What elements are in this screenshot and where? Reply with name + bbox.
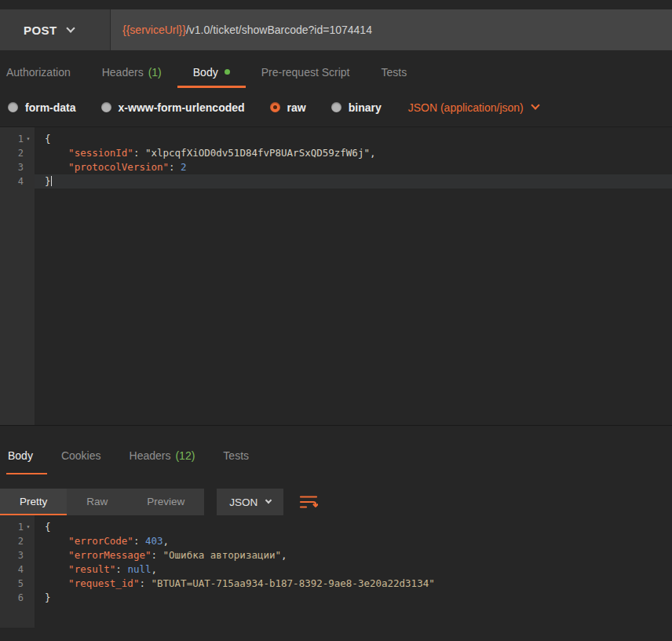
view-pretty-button[interactable]: Pretty [0, 489, 67, 515]
view-switcher: Pretty Raw Preview [0, 489, 204, 515]
method-label: POST [24, 24, 57, 37]
line-number: 1▾ [0, 520, 35, 534]
tab-pre-request-script[interactable]: Pre-request Script [246, 58, 366, 88]
request-url-bar: POST {{serviceUrl}}/v1.0/ticket/showBarc… [0, 9, 672, 50]
text-cursor [51, 176, 52, 186]
code-line: { [35, 520, 672, 534]
line-number: 5 [0, 577, 35, 591]
response-editor-code[interactable]: { "errorCode": 403, "errorMessage": "Оши… [35, 515, 672, 628]
line-number: 1▾ [0, 132, 35, 146]
response-tab-body[interactable]: Body [6, 438, 47, 474]
body-type-raw[interactable]: raw [270, 101, 306, 114]
code-line: "protocolVersion": 2 [35, 160, 672, 174]
tab-label: Tests [223, 449, 249, 462]
radio-label: raw [287, 101, 306, 114]
response-tab-headers[interactable]: Headers (12) [115, 438, 210, 474]
tab-label: Pre-request Script [261, 66, 350, 79]
request-body-editor[interactable]: 1▾2 3 4 { "sessionId": "xlpcqfXiOD0dv51D… [0, 127, 672, 426]
wrap-lines-icon [299, 494, 318, 510]
format-label: JSON [229, 496, 257, 508]
tab-body[interactable]: Body [177, 58, 246, 88]
tab-authorization[interactable]: Authorization [6, 58, 86, 88]
radio-label: binary [349, 101, 382, 114]
line-number: 4 [0, 174, 35, 189]
response-tabs: Body Cookies Headers (12) Tests [0, 438, 672, 474]
wrap-lines-button[interactable] [296, 489, 321, 515]
request-editor-code[interactable]: { "sessionId": "xlpcqfXiOD0dv51D84fvP8UA… [35, 127, 672, 425]
headers-count-badge: (1) [148, 66, 162, 79]
radio-label: form-data [25, 101, 76, 114]
line-number: 4 [0, 562, 35, 577]
tab-label: Headers [102, 66, 144, 79]
tab-label: Tests [382, 66, 407, 79]
code-line: "errorMessage": "Ошибка авторизации", [35, 548, 672, 562]
chevron-down-icon [67, 24, 75, 32]
response-tab-tests[interactable]: Tests [209, 438, 263, 474]
response-editor-gutter: 1▾2 3 4 5 6 [0, 515, 35, 628]
view-raw-button[interactable]: Raw [67, 489, 127, 515]
chevron-down-icon [265, 496, 272, 503]
code-line: "result": null, [35, 562, 672, 577]
response-toolbar: Pretty Raw Preview JSON [0, 489, 672, 515]
tab-label: Cookies [61, 449, 101, 462]
request-editor-gutter: 1▾2 3 4 [0, 127, 35, 425]
method-selector[interactable]: POST [0, 9, 111, 50]
fold-caret-icon[interactable]: ▾ [24, 520, 33, 534]
line-number: 6 [0, 591, 35, 605]
response-tab-cookies[interactable]: Cookies [47, 438, 115, 474]
url-path: /v1.0/ticket/showBarcode?id=1074414 [186, 24, 372, 36]
tab-headers[interactable]: Headers (1) [86, 58, 177, 88]
code-line: } [35, 174, 672, 189]
body-type-binary[interactable]: binary [331, 101, 382, 114]
tab-label: Headers [130, 449, 171, 462]
code-line: } [35, 591, 672, 605]
headers-count-badge: (12) [175, 449, 195, 462]
view-label: Raw [86, 496, 108, 507]
view-preview-button[interactable]: Preview [127, 489, 204, 515]
radio-label: x-www-form-urlencoded [119, 101, 245, 114]
code-line: "errorCode": 403, [35, 534, 672, 548]
request-tabs: Authorization Headers (1) Body Pre-reque… [0, 58, 672, 88]
view-label: Pretty [20, 496, 47, 507]
body-type-row: form-data x-www-form-urlencoded raw bina… [0, 88, 672, 127]
line-number: 2 [0, 146, 35, 160]
radio-icon [331, 102, 341, 112]
response-body-editor[interactable]: 1▾2 3 4 5 6 { "errorCode": 403, "errorMe… [0, 515, 672, 628]
postman-app: POST {{serviceUrl}}/v1.0/ticket/showBarc… [0, 9, 672, 628]
format-dropdown[interactable]: JSON [217, 489, 283, 515]
code-line: { [35, 132, 672, 146]
body-type-x-www-form-urlencoded[interactable]: x-www-form-urlencoded [101, 101, 245, 114]
fold-caret-icon[interactable]: ▾ [24, 132, 33, 146]
line-number: 3 [0, 160, 35, 174]
tab-label: Body [193, 66, 218, 79]
view-label: Preview [147, 496, 184, 507]
url-input[interactable]: {{serviceUrl}}/v1.0/ticket/showBarcode?i… [111, 9, 672, 50]
line-number: 2 [0, 534, 35, 548]
tab-label: Body [8, 449, 33, 462]
line-number: 3 [0, 548, 35, 562]
content-type-label: JSON (application/json) [408, 101, 524, 114]
radio-selected-icon [270, 102, 280, 112]
code-line: "sessionId": "xlpcqfXiOD0dv51D84fvP8UArS… [35, 146, 672, 160]
radio-icon [101, 102, 111, 112]
green-dot-icon [225, 69, 230, 75]
radio-icon [8, 102, 18, 112]
code-line: "request_id": "BTUAT=UAT-715aa934-b187-8… [35, 577, 672, 591]
tab-tests[interactable]: Tests [366, 58, 423, 88]
chevron-down-icon [531, 101, 539, 109]
url-variable: {{serviceUrl}} [122, 24, 186, 36]
tab-label: Authorization [6, 66, 71, 79]
content-type-dropdown[interactable]: JSON (application/json) [408, 101, 539, 114]
body-type-form-data[interactable]: form-data [8, 101, 76, 114]
